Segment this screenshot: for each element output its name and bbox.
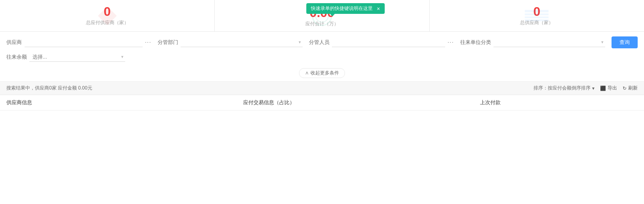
department-label: 分管部门 — [158, 39, 178, 46]
stat-payable-suppliers: 0 总应付供应商（家） — [0, 0, 215, 31]
balance-select-wrapper[interactable]: ▾ — [29, 52, 125, 62]
tooltip-close-icon[interactable]: × — [377, 6, 380, 12]
results-actions: 排序：按应付会额倒序排序 ▾ ⬛ 导出 ↻ 刷新 — [533, 85, 638, 92]
stat-payable-total: 快速录单的快捷键说明在这里 × 0.00 应付合计（万） — [215, 0, 429, 31]
filter-department: 分管部门 ▾ — [158, 38, 303, 47]
unit-category-input[interactable] — [493, 38, 605, 47]
export-icon: ⬛ — [600, 86, 606, 91]
svg-rect-5 — [525, 13, 549, 15]
department-select-wrapper[interactable]: ▾ — [181, 38, 303, 47]
filter-unit-category: 往来单位分类 ▾ — [460, 38, 605, 47]
col-supplier-info: 供应商信息 — [6, 99, 243, 106]
table-body — [0, 111, 644, 204]
manager-input[interactable] — [332, 38, 445, 47]
manager-label: 分管人员 — [309, 39, 330, 46]
supplier-dots-icon[interactable]: ··· — [145, 39, 151, 46]
results-info: 搜索结果中，供应商0家 应付金额 0.00元 — [6, 85, 92, 92]
diamond-bg-icon — [97, 6, 117, 26]
refresh-button[interactable]: ↻ 刷新 — [623, 85, 638, 92]
tooltip-text: 快速录单的快捷键说明在这里 — [311, 5, 373, 12]
unit-category-select-wrapper[interactable]: ▾ — [493, 38, 605, 47]
filter-row-1: 供应商 ··· 分管部门 ▾ 分管人员 ··· 往来单位分类 ▾ — [6, 36, 638, 48]
query-button[interactable]: 查询 — [612, 36, 638, 48]
col-payable-info: 应付交易信息（占比） — [243, 99, 480, 106]
refresh-label: 刷新 — [628, 85, 638, 92]
refresh-icon: ↻ — [623, 86, 627, 91]
filter-section: 供应商 ··· 分管部门 ▾ 分管人员 ··· 往来单位分类 ▾ — [0, 32, 644, 82]
balance-label: 往来余额 — [6, 53, 27, 61]
export-button[interactable]: ⬛ 导出 — [600, 85, 617, 92]
sort-label: 排序：按应付会额倒序排序 — [533, 85, 591, 92]
results-bar: 搜索结果中，供应商0家 应付金额 0.00元 排序：按应付会额倒序排序 ▾ ⬛ … — [0, 82, 644, 95]
sort-chevron-icon: ▾ — [592, 86, 594, 91]
tooltip-bubble: 快速录单的快捷键说明在这里 × — [306, 3, 385, 14]
svg-marker-0 — [98, 6, 116, 25]
filter-manager: 分管人员 ··· — [309, 38, 454, 47]
svg-rect-4 — [525, 10, 549, 12]
stats-bar: 0 总应付供应商（家） 快速录单的快捷键说明在这里 × 0.00 应付合计（万）… — [0, 0, 644, 32]
filter-supplier: 供应商 ··· — [6, 38, 151, 47]
export-label: 导出 — [608, 85, 617, 92]
department-input[interactable] — [181, 38, 303, 47]
filter-balance: 往来余额 ▾ — [6, 52, 125, 62]
unit-category-label: 往来单位分类 — [460, 39, 491, 46]
supplier-label: 供应商 — [6, 39, 22, 46]
svg-rect-6 — [525, 16, 549, 18]
unit-category-chevron-icon: ▾ — [601, 40, 604, 45]
department-chevron-icon: ▾ — [299, 40, 301, 45]
collapse-button[interactable]: ∧ 收起更多条件 — [299, 68, 345, 78]
table-header: 供应商信息 应付交易信息（占比） 上次付款 — [0, 95, 644, 111]
supplier-input[interactable] — [25, 38, 143, 47]
svg-rect-7 — [525, 19, 549, 21]
collapse-row: ∧ 收起更多条件 — [6, 66, 638, 81]
filter-row-2: 往来余额 ▾ — [6, 52, 638, 62]
balance-input[interactable] — [29, 52, 125, 61]
sort-select[interactable]: 排序：按应付会额倒序排序 ▾ — [533, 85, 594, 92]
balance-chevron-icon: ▾ — [121, 54, 124, 59]
manager-dots-icon[interactable]: ··· — [448, 39, 454, 46]
table-bg-icon — [525, 8, 549, 24]
stat-total-suppliers: 0 总供应商（家） — [430, 0, 644, 31]
col-last-payment: 上次付款 — [480, 99, 638, 106]
